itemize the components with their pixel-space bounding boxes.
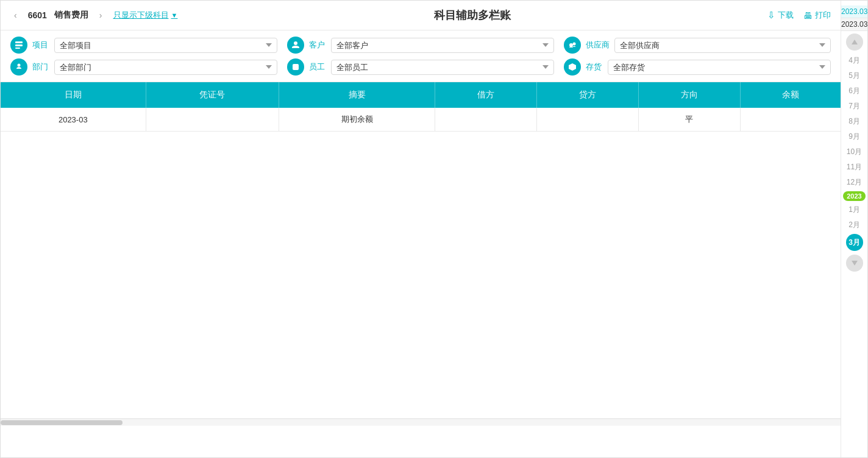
sidebar-month-10[interactable]: 10月 — [841, 144, 867, 160]
table-container: 日期 凭证号 摘要 借方 贷方 方向 余额 2023-03 期初余额 — [1, 82, 841, 418]
cell-balance — [740, 108, 841, 132]
filter-project: 项目 全部项目 — [10, 37, 277, 54]
sidebar-month-8[interactable]: 8月 — [841, 114, 867, 129]
sub-account-chevron-icon: ▼ — [171, 12, 178, 19]
toolbar: ⇩ 下载 🖶 打印 — [767, 10, 831, 21]
cell-credit — [536, 108, 638, 132]
sidebar-month-3-active[interactable]: 3月 — [846, 234, 863, 251]
department-icon — [10, 58, 27, 76]
month-sidebar: 2023.03 2023.03 4月 5月 6月 7月 8月 9月 10月 11… — [841, 1, 867, 457]
page-title: 科目辅助多栏账 — [185, 8, 760, 23]
sidebar-up-button[interactable] — [846, 33, 863, 51]
main-window: 2023.03 2023.03 4月 5月 6月 7月 8月 9月 10月 11… — [0, 0, 868, 458]
col-debit: 借方 — [435, 82, 537, 108]
col-summary: 摘要 — [279, 82, 435, 108]
customer-icon — [287, 37, 304, 54]
header: ‹ 6601 销售费用 › 只显示下级科目 ▼ 科目辅助多栏账 ⇩ 下载 🖶 打… — [1, 1, 841, 30]
supplier-label: 供应商 — [586, 40, 610, 51]
sidebar-month-11[interactable]: 11月 — [841, 160, 867, 175]
employee-select[interactable]: 全部员工 — [331, 60, 554, 75]
sidebar-month-6[interactable]: 6月 — [841, 83, 867, 99]
col-direction: 方向 — [638, 82, 740, 108]
download-button[interactable]: ⇩ 下载 — [767, 10, 794, 21]
scrollbar-thumb[interactable] — [1, 420, 123, 425]
svg-point-5 — [18, 64, 21, 67]
filter-supplier: 供应商 全部供应商 — [564, 37, 831, 54]
sidebar-month-4[interactable]: 4月 — [841, 53, 867, 68]
project-select[interactable]: 全部项目 — [54, 38, 277, 53]
download-label: 下载 — [778, 10, 794, 21]
print-icon: 🖶 — [803, 10, 813, 21]
cell-direction: 平 — [638, 108, 740, 132]
department-select[interactable]: 全部部门 — [54, 60, 277, 75]
filter-inventory: 存货 全部存货 — [564, 58, 831, 76]
table-header-row: 日期 凭证号 摘要 借方 贷方 方向 余额 — [1, 82, 841, 108]
sidebar-header-month-2[interactable]: 2023.03 — [841, 18, 867, 31]
col-credit: 贷方 — [536, 82, 638, 108]
data-table: 日期 凭证号 摘要 借方 贷方 方向 余额 2023-03 期初余额 — [1, 82, 841, 132]
sidebar-month-9[interactable]: 9月 — [841, 129, 867, 144]
cell-summary: 期初余额 — [279, 108, 435, 132]
svg-rect-0 — [15, 41, 23, 43]
account-name: 销售费用 — [54, 10, 88, 21]
employee-label: 员工 — [309, 62, 326, 72]
project-icon — [10, 37, 27, 54]
supplier-select[interactable]: 全部供应商 — [614, 38, 831, 53]
sub-account-label: 只显示下级科目 — [113, 10, 169, 21]
horizontal-scrollbar[interactable] — [1, 418, 841, 426]
svg-rect-6 — [293, 64, 299, 70]
sidebar-month-12[interactable]: 12月 — [841, 175, 867, 190]
customer-select[interactable]: 全部客户 — [331, 38, 554, 53]
account-code: 6601 — [28, 10, 47, 20]
col-voucher: 凭证号 — [146, 82, 279, 108]
project-label: 项目 — [32, 40, 49, 51]
table-row[interactable]: 2023-03 期初余额 平 — [1, 108, 841, 132]
next-account-button[interactable]: › — [96, 9, 106, 21]
print-button[interactable]: 🖶 打印 — [803, 10, 831, 21]
svg-rect-1 — [15, 44, 23, 46]
sidebar-month-2[interactable]: 2月 — [841, 217, 867, 233]
cell-voucher — [146, 108, 279, 132]
cell-debit — [435, 108, 537, 132]
supplier-icon — [564, 37, 581, 54]
sidebar-down-button[interactable] — [846, 255, 863, 272]
year-badge[interactable]: 2023 — [843, 191, 865, 201]
inventory-icon — [564, 58, 581, 76]
filter-employee: 员工 全部员工 — [287, 58, 554, 76]
cell-date: 2023-03 — [1, 108, 146, 132]
employee-icon — [287, 58, 304, 76]
sidebar-month-7[interactable]: 7月 — [841, 99, 867, 114]
print-label: 打印 — [815, 10, 831, 21]
sidebar-month-5[interactable]: 5月 — [841, 68, 867, 83]
inventory-select[interactable]: 全部存货 — [608, 60, 831, 75]
filter-department: 部门 全部部门 — [10, 58, 277, 76]
download-icon: ⇩ — [767, 10, 775, 21]
filters: 项目 全部项目 客户 全部客户 供应商 全 — [1, 30, 841, 82]
col-date: 日期 — [1, 82, 146, 108]
department-label: 部门 — [32, 62, 49, 72]
svg-point-4 — [573, 43, 576, 46]
sub-account-toggle[interactable]: 只显示下级科目 ▼ — [113, 10, 178, 21]
col-balance: 余额 — [740, 82, 841, 108]
main-content: ‹ 6601 销售费用 › 只显示下级科目 ▼ 科目辅助多栏账 ⇩ 下载 🖶 打… — [1, 1, 841, 426]
sidebar-month-1[interactable]: 1月 — [841, 202, 867, 217]
prev-account-button[interactable]: ‹ — [10, 9, 21, 21]
sidebar-header-month-1[interactable]: 2023.03 — [841, 5, 867, 18]
customer-label: 客户 — [309, 40, 326, 51]
svg-rect-2 — [15, 48, 20, 49]
inventory-label: 存货 — [586, 62, 603, 72]
filter-customer: 客户 全部客户 — [287, 37, 554, 54]
